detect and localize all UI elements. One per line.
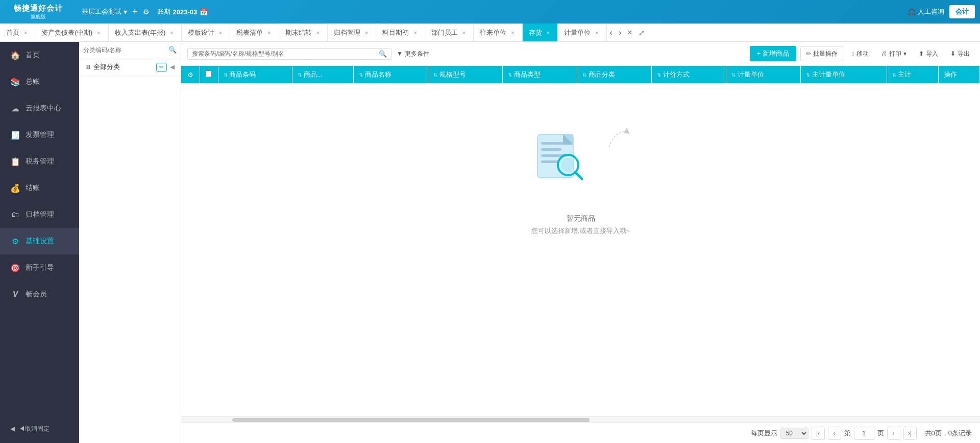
tab-income-close[interactable]: ×	[168, 29, 175, 36]
category-search-icon[interactable]: 🔍	[168, 46, 177, 54]
consult-btn[interactable]: 🎧 人工咨询	[908, 7, 944, 16]
import-btn[interactable]: ⬆ 导入	[915, 47, 942, 61]
category-edit-btn[interactable]: ✏	[156, 63, 167, 72]
tab-tax-list[interactable]: 税表清单 ×	[230, 24, 279, 42]
th-settings[interactable]: ⚙	[181, 66, 200, 83]
sidebar: 🏠 首页 📚 总账 ☁ 云报表中心 🧾 发票管理 📋 税务管理 💰 结账 🗂 归…	[0, 42, 79, 443]
tab-template-close[interactable]: ×	[217, 29, 224, 36]
sidebar-item-reports[interactable]: ☁ 云报表中心	[0, 95, 79, 122]
page-last-btn[interactable]: ›|	[903, 427, 917, 440]
th-barcode-sort-icon: ⇅	[224, 72, 228, 78]
tab-unit[interactable]: 计量单位 ×	[558, 24, 606, 42]
th-category[interactable]: ⇅ 商品分类	[577, 66, 652, 83]
th-code[interactable]: ⇅ 商品...	[292, 66, 354, 83]
tab-home[interactable]: 首页 ×	[0, 24, 35, 42]
svg-rect-2	[541, 148, 561, 151]
product-search-input[interactable]	[192, 50, 376, 57]
category-collapse-btn[interactable]: ◀	[170, 63, 175, 71]
content-area: 🔍 ⊞ 全部分类 ✏ ◀ 🔍 ▼	[79, 42, 980, 443]
page-first-btn[interactable]: |‹	[812, 427, 825, 440]
add-product-btn[interactable]: + 新增商品	[750, 46, 796, 61]
search-icon[interactable]: 🔍	[379, 50, 387, 58]
th-price-method[interactable]: ⇅ 计价方式	[652, 66, 726, 83]
unpin-btn[interactable]: ◀ ◀取消固定	[0, 419, 79, 438]
page-next-btn[interactable]: ›	[887, 427, 900, 440]
tab-subject-init[interactable]: 科目期初 ×	[376, 24, 425, 42]
tab-dept-staff[interactable]: 部门员工 ×	[425, 24, 474, 42]
tab-unit-close[interactable]: ×	[594, 29, 600, 36]
th-main-unit[interactable]: ⇅ 主计量单位	[801, 66, 887, 83]
category-search-input[interactable]	[83, 46, 165, 54]
tab-close-all-btn[interactable]: ×	[624, 24, 635, 42]
tab-prev-btn[interactable]: ‹	[607, 24, 616, 42]
tab-inventory[interactable]: 存货 ×	[523, 24, 558, 42]
filter-label: 更多条件	[405, 50, 429, 58]
tab-period-close[interactable]: ×	[315, 29, 321, 36]
tab-balance-sheet[interactable]: 资产负债表(中期) ×	[35, 24, 108, 42]
tab-tax-list-close[interactable]: ×	[266, 29, 272, 36]
sidebar-item-settle[interactable]: 💰 结账	[0, 175, 79, 201]
home-icon: 🏠	[10, 51, 20, 60]
tab-template[interactable]: 模版设计 ×	[182, 24, 230, 42]
sidebar-item-invoice[interactable]: 🧾 发票管理	[0, 122, 79, 148]
export-btn[interactable]: ⬇ 导出	[946, 47, 974, 61]
tab-dept-close[interactable]: ×	[461, 29, 467, 36]
th-main-count[interactable]: ⇅ 主计	[887, 66, 938, 83]
th-spec[interactable]: ⇅ 规格型号	[428, 66, 503, 83]
th-cat-sort-icon: ⇅	[582, 72, 586, 78]
top-header: 畅捷通好会计 旗舰版 基层工会测试 ▾ + ⚙ 账期 2023-03 📅 🎧 人…	[0, 0, 980, 24]
tab-unit-label: 计量单位	[564, 28, 591, 37]
sidebar-item-home[interactable]: 🏠 首页	[0, 42, 79, 68]
page-number-input[interactable]	[854, 427, 874, 440]
sidebar-item-member[interactable]: V 畅会员	[0, 281, 79, 308]
company-name[interactable]: 基层工会测试	[82, 7, 121, 16]
tab-archive-close[interactable]: ×	[363, 29, 370, 36]
select-all-checkbox[interactable]	[205, 71, 212, 77]
sidebar-item-ledger[interactable]: 📚 总账	[0, 68, 79, 95]
th-checkbox[interactable]	[200, 66, 218, 83]
tab-inventory-close[interactable]: ×	[545, 29, 551, 36]
cloud-icon: ☁	[10, 104, 20, 113]
company-dropdown-btn[interactable]: ▾	[124, 8, 127, 16]
scrollbar-area[interactable]	[181, 416, 980, 423]
pagination-left: 每页显示 50 100 200 |‹ ‹ 第 页 › ›| 共0页，0	[751, 427, 972, 440]
tab-subject-label: 科目期初	[382, 28, 409, 37]
tab-archive[interactable]: 归档管理 ×	[328, 24, 376, 42]
page-prev-btn[interactable]: ‹	[828, 427, 841, 440]
th-type-sort-icon: ⇅	[508, 72, 512, 78]
tab-contacts-close[interactable]: ×	[509, 29, 516, 36]
sidebar-item-guide[interactable]: 🎯 新手引导	[0, 254, 79, 281]
add-tab-btn[interactable]: +	[132, 7, 138, 17]
th-name[interactable]: ⇅ 商品名称	[354, 66, 428, 83]
tab-balance-close[interactable]: ×	[95, 29, 102, 36]
sidebar-item-archive[interactable]: 🗂 归档管理	[0, 201, 79, 228]
sidebar-label-settle: 结账	[26, 183, 40, 193]
tab-home-close[interactable]: ×	[22, 29, 29, 36]
move-btn[interactable]: ↕ 移动	[847, 47, 873, 61]
settings-btn[interactable]: ⚙	[143, 8, 150, 16]
scrollbar-thumb[interactable]	[232, 418, 590, 422]
sidebar-item-basic[interactable]: ⚙ 基础设置	[0, 228, 79, 254]
batch-btn[interactable]: ✏ 批量操作	[800, 46, 843, 61]
th-name-sort-icon: ⇅	[359, 72, 363, 78]
empty-main-text: 暂无商品	[567, 214, 595, 223]
tab-expand-btn[interactable]: ⤢	[635, 24, 648, 42]
calendar-icon[interactable]: 📅	[200, 8, 208, 16]
tab-income[interactable]: 收入支出表(年报) ×	[109, 24, 182, 42]
th-unit[interactable]: ⇅ 计量单位	[726, 66, 801, 83]
tab-subject-close[interactable]: ×	[412, 29, 418, 36]
tab-period-transfer[interactable]: 期末结转 ×	[279, 24, 328, 42]
account-btn[interactable]: 会计	[949, 5, 975, 18]
category-all-label[interactable]: 全部分类	[93, 62, 120, 72]
page-size-select[interactable]: 50 100 200	[780, 428, 808, 439]
th-barcode[interactable]: ⇅ 商品条码	[218, 66, 292, 83]
print-btn[interactable]: 🖨 打印 ▾	[877, 47, 911, 61]
tab-contacts[interactable]: 往来单位 ×	[474, 24, 522, 42]
filter-btn[interactable]: ▼ 更多条件	[397, 50, 429, 58]
th-mcount-sort-icon: ⇅	[892, 72, 896, 78]
th-type[interactable]: ⇅ 商品类型	[503, 66, 577, 83]
sidebar-item-tax[interactable]: 📋 税务管理	[0, 148, 79, 175]
toolbar: 🔍 ▼ 更多条件 + 新增商品 ✏ 批量操作 ↕	[181, 42, 980, 66]
pagination-bar: 每页显示 50 100 200 |‹ ‹ 第 页 › ›| 共0页，0	[181, 423, 980, 443]
tab-next-btn[interactable]: ›	[616, 24, 624, 42]
